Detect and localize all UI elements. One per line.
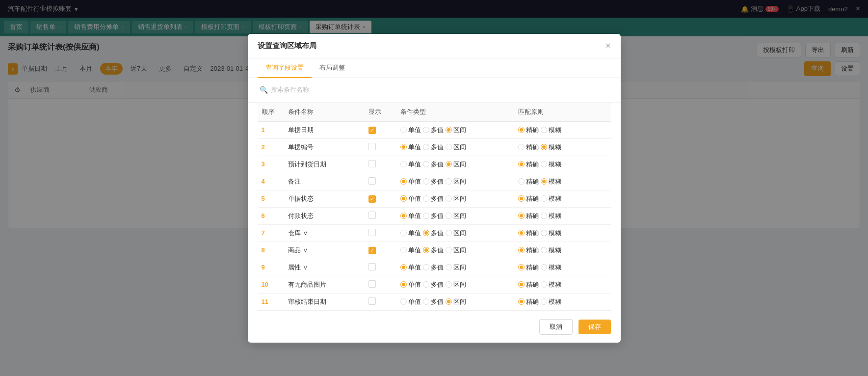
radio-match-精确-6[interactable]: 精确 <box>518 229 539 238</box>
radio-type-单值-7[interactable]: 单值 <box>400 246 421 255</box>
cell-show-0[interactable] <box>365 121 396 138</box>
radio-dot-9 <box>400 281 407 288</box>
radio-match-模糊-10[interactable]: 模糊 <box>541 297 561 306</box>
checkbox-1[interactable] <box>368 143 376 150</box>
radio-type-单值-2[interactable]: 单值 <box>400 160 421 169</box>
radio-type-多值-7[interactable]: 多值 <box>423 246 444 255</box>
search-input[interactable] <box>271 86 349 93</box>
radio-type-单值-6[interactable]: 单值 <box>400 229 421 238</box>
cell-show-9[interactable] <box>365 276 396 293</box>
radio-type-区间-5[interactable]: 区间 <box>446 212 466 220</box>
cell-show-8[interactable] <box>365 259 396 276</box>
radio-type-多值-8[interactable]: 多值 <box>423 263 444 272</box>
radio-type-多值-1[interactable]: 多值 <box>423 143 444 152</box>
cell-show-6[interactable] <box>365 224 396 242</box>
radio-type-单值-3[interactable]: 单值 <box>400 177 421 186</box>
radio-match-精确-10[interactable]: 精确 <box>518 297 539 306</box>
checkbox-3[interactable] <box>368 177 376 185</box>
radio-match-精确-5[interactable]: 精确 <box>518 212 539 220</box>
radio-type-多值-0[interactable]: 多值 <box>423 126 444 134</box>
save-button[interactable]: 保存 <box>579 320 611 334</box>
radio-type-区间-6[interactable]: 区间 <box>446 229 466 238</box>
match-dot-5 <box>541 213 547 219</box>
cell-type-1: 单值多值区间 <box>396 138 514 156</box>
radio-match-模糊-4[interactable]: 模糊 <box>541 194 561 203</box>
radio-type-区间-10[interactable]: 区间 <box>446 297 466 306</box>
radio-type-区间-1[interactable]: 区间 <box>446 143 466 152</box>
radio-type-单值-9[interactable]: 单值 <box>400 280 421 289</box>
radio-match-精确-4[interactable]: 精确 <box>518 194 539 203</box>
radio-type-多值-4[interactable]: 多值 <box>423 194 444 203</box>
radio-match-精确-1[interactable]: 精确 <box>518 143 539 152</box>
modal-overlay: 设置查询区域布局 × 查询字段设置 布局调整 🔍 顺序 <box>0 0 868 376</box>
radio-match-模糊-7[interactable]: 模糊 <box>541 246 561 255</box>
cell-show-4[interactable] <box>365 190 396 207</box>
checkbox-4[interactable] <box>368 195 376 203</box>
cell-show-2[interactable] <box>365 156 396 173</box>
radio-match-模糊-9[interactable]: 模糊 <box>541 280 561 289</box>
radio-match-模糊-3[interactable]: 模糊 <box>541 177 561 186</box>
cell-type-3: 单值多值区间 <box>396 173 514 190</box>
checkbox-5[interactable] <box>368 212 376 219</box>
radio-match-模糊-2[interactable]: 模糊 <box>541 160 561 169</box>
cell-match-2: 精确模糊 <box>514 156 610 173</box>
modal-table-container: 顺序 条件名称 显示 条件类型 匹配原则 1单据日期单值多值区间精确模糊2单据编… <box>248 103 621 311</box>
checkbox-2[interactable] <box>368 160 376 167</box>
radio-type-多值-5[interactable]: 多值 <box>423 212 444 220</box>
radio-type-多值-9[interactable]: 多值 <box>423 280 444 289</box>
radio-type-区间-7[interactable]: 区间 <box>446 246 466 255</box>
cancel-button[interactable]: 取消 <box>539 319 573 335</box>
radio-match-模糊-5[interactable]: 模糊 <box>541 212 561 220</box>
checkbox-7[interactable] <box>368 247 376 254</box>
cell-show-3[interactable] <box>365 173 396 190</box>
radio-type-单值-0[interactable]: 单值 <box>400 126 421 134</box>
checkbox-8[interactable] <box>368 263 376 270</box>
radio-match-模糊-8[interactable]: 模糊 <box>541 263 561 272</box>
radio-match-模糊-6[interactable]: 模糊 <box>541 229 561 238</box>
checkbox-10[interactable] <box>368 297 376 305</box>
radio-type-多值-3[interactable]: 多值 <box>423 177 444 186</box>
cell-order-6: 7 <box>258 224 285 242</box>
radio-dot-7 <box>446 247 452 253</box>
radio-match-精确-2[interactable]: 精确 <box>518 160 539 169</box>
radio-match-模糊-0[interactable]: 模糊 <box>541 126 561 134</box>
radio-match-模糊-1[interactable]: 模糊 <box>541 143 561 152</box>
radio-match-精确-0[interactable]: 精确 <box>518 126 539 134</box>
radio-type-多值-2[interactable]: 多值 <box>423 160 444 169</box>
radio-dot-10 <box>400 298 407 305</box>
radio-type-单值-1[interactable]: 单值 <box>400 143 421 152</box>
match-dot-6 <box>541 230 547 236</box>
radio-match-精确-8[interactable]: 精确 <box>518 263 539 272</box>
radio-match-精确-9[interactable]: 精确 <box>518 280 539 289</box>
tab-layout[interactable]: 布局调整 <box>312 58 353 78</box>
radio-type-区间-8[interactable]: 区间 <box>446 263 466 272</box>
cell-show-5[interactable] <box>365 207 396 224</box>
radio-type-区间-3[interactable]: 区间 <box>446 177 466 186</box>
tab-query-fields[interactable]: 查询字段设置 <box>258 58 312 78</box>
radio-type-区间-4[interactable]: 区间 <box>446 194 466 203</box>
checkbox-0[interactable] <box>368 127 376 134</box>
cell-show-1[interactable] <box>365 138 396 156</box>
radio-type-单值-8[interactable]: 单值 <box>400 263 421 272</box>
radio-match-精确-7[interactable]: 精确 <box>518 246 539 255</box>
table-row: 5单据状态单值多值区间精确模糊 <box>258 190 611 207</box>
match-dot-0 <box>518 127 525 133</box>
radio-type-单值-10[interactable]: 单值 <box>400 297 421 306</box>
radio-type-区间-9[interactable]: 区间 <box>446 280 466 289</box>
cell-show-7[interactable] <box>365 242 396 259</box>
checkbox-6[interactable] <box>368 229 376 236</box>
checkbox-9[interactable] <box>368 280 376 288</box>
modal-close-btn[interactable]: × <box>605 41 611 51</box>
radio-type-单值-4[interactable]: 单值 <box>400 194 421 203</box>
cell-type-5: 单值多值区间 <box>396 207 514 224</box>
cell-order-7: 8 <box>258 242 285 259</box>
radio-match-精确-3[interactable]: 精确 <box>518 177 539 186</box>
radio-type-单值-5[interactable]: 单值 <box>400 212 421 220</box>
match-dot-9 <box>541 281 547 288</box>
cell-show-10[interactable] <box>365 293 396 310</box>
radio-type-多值-6[interactable]: 多值 <box>423 229 444 238</box>
radio-type-区间-2[interactable]: 区间 <box>446 160 466 169</box>
radio-type-区间-0[interactable]: 区间 <box>446 126 466 134</box>
match-dot-3 <box>541 178 547 185</box>
radio-type-多值-10[interactable]: 多值 <box>423 297 444 306</box>
